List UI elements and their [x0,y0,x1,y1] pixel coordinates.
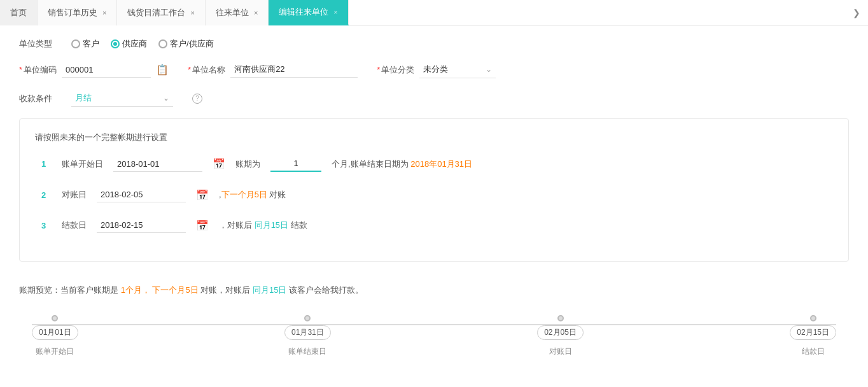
period-index-3: 3 [41,221,52,230]
period-row-2: 2 对账日 📅 ,下一个月5日 对账 [35,187,833,202]
radio-customer-label: 客户 [83,38,99,50]
unit-code-field: *单位编码 📋 [19,62,169,78]
timeline-point-3: 02月15日 结款日 [790,315,836,357]
preview-section: 账期预览：当前客户账期是 1个月， 下一个月5日 对账，对账后 同月15日 该客… [19,274,849,357]
required-star-category: * [377,65,380,74]
timeline: 01月01日 账单开始日 01月31日 账单结束日 02月05日 对账日 02月… [19,315,849,357]
tab-edit-partner-label: 编辑往来单位 [279,6,328,18]
preview-part3: 对账，对账后 [200,285,250,295]
period-calendar-icon-1[interactable]: 📅 [213,158,225,170]
tab-edit-partner[interactable]: 编辑往来单位 × [269,0,348,25]
unit-type-radio-group: 客户 供应商 客户/供应商 [71,38,214,50]
timeline-point-2: 02月05日 对账日 [537,315,584,357]
timeline-label-3: 结款日 [802,346,825,357]
period-month-input[interactable] [270,156,321,172]
tab-edit-partner-close[interactable]: × [333,8,337,16]
period-suffix-3: ，对账后 同月15日 结款 [219,220,307,231]
tab-home[interactable]: 首页 [0,0,38,25]
tab-cash-workbench[interactable]: 钱货日清工作台 × [117,0,205,25]
main-content: 单位类型 客户 供应商 客户/供应商 *单位编码 📋 [0,25,868,387]
timeline-badge-1: 01月31日 [284,325,331,340]
timeline-dot-1 [304,315,311,321]
period-row-1: 1 账单开始日 📅 账期为 个月,账单结束日期为 2018年01月31日 [35,156,833,172]
period-label-1: 账单开始日 [62,158,103,170]
timeline-dot-0 [52,315,58,321]
unit-name-field: *单位名称 [188,62,358,78]
timeline-dot-2 [557,315,564,321]
timeline-points: 01月01日 账单开始日 01月31日 账单结束日 02月05日 对账日 02月… [32,315,836,357]
preview-label: 账期预览：当前客户账期是 [19,285,118,295]
unit-code-label: *单位编码 [19,64,57,76]
tab-sales-history-close[interactable]: × [102,9,106,17]
unit-code-input[interactable] [62,62,151,78]
required-star-name: * [188,65,191,74]
timeline-badge-3: 02月15日 [790,325,836,340]
timeline-point-1: 01月31日 账单结束日 [284,315,331,357]
period-suffix-before-input-1: 账期为 [235,158,260,170]
radio-both-label: 客户/供应商 [170,38,214,50]
period-end-date-1: 2018年01月31日 [410,159,472,169]
unit-category-value: 未分类 [423,64,486,75]
period-index-1: 1 [41,159,52,169]
preview-part5: 该客户会给我打款。 [289,285,363,295]
period-index-2: 2 [41,190,52,200]
tab-partner-units-label: 往来单位 [216,7,249,18]
unit-name-input[interactable] [230,62,358,78]
period-suffix-2: ,下一个月5日 对账 [219,189,286,201]
period-suffix-after-input-1: 个月,账单结束日期为 2018年01月31日 [332,158,472,170]
timeline-badge-2: 02月05日 [537,325,584,340]
unit-type-label: 单位类型 [19,38,52,50]
radio-both[interactable]: 客户/供应商 [158,38,214,50]
period-calendar-icon-2[interactable]: 📅 [196,189,209,201]
period-date-input-1[interactable] [113,157,202,172]
period-date-input-3[interactable] [97,218,186,233]
tab-cash-workbench-close[interactable]: × [190,9,194,17]
unit-info-row: *单位编码 📋 *单位名称 *单位分类 未分类 ⌄ [19,61,849,78]
payment-terms-value: 月结 [75,92,160,104]
tab-bar: 首页 销售订单历史 × 钱货日清工作台 × 往来单位 × 编辑往来单位 × ❯ [0,0,868,25]
radio-customer-circle [71,39,80,48]
radio-both-circle [158,39,167,48]
tab-sales-history[interactable]: 销售订单历史 × [38,0,117,25]
preview-part4: 同月15日 [253,285,286,295]
payment-terms-chevron-icon: ⌄ [163,94,169,102]
tab-expand-button[interactable]: ❯ [845,0,868,25]
period-row-3: 3 结款日 📅 ，对账后 同月15日 结款 [35,218,833,233]
preview-part1: 1个月， [121,285,150,295]
preview-text: 账期预览：当前客户账期是 1个月， 下一个月5日 对账，对账后 同月15日 该客… [19,285,849,296]
tab-sales-history-label: 销售订单历史 [48,7,97,18]
period-label-3: 结款日 [62,220,87,231]
help-icon[interactable]: ? [192,94,202,104]
period-label-2: 对账日 [62,189,87,201]
radio-supplier-label: 供应商 [122,38,147,50]
required-star-code: * [19,65,22,74]
radio-customer[interactable]: 客户 [71,38,99,50]
unit-category-dropdown[interactable]: 未分类 ⌄ [419,61,496,78]
period-date-input-2[interactable] [97,187,186,202]
period-same-month-label: 同月15日 [255,220,288,230]
tab-partner-units[interactable]: 往来单位 × [206,0,269,25]
tab-partner-units-close[interactable]: × [254,9,258,17]
tab-home-label: 首页 [10,7,27,18]
unit-type-row: 单位类型 客户 供应商 客户/供应商 [19,38,849,50]
period-calendar-icon-3[interactable]: 📅 [196,220,209,232]
timeline-label-2: 对账日 [549,346,572,357]
period-settings-title: 请按照未来的一个完整帐期进行设置 [35,132,833,143]
payment-terms-row: 收款条件 月结 ⌄ ? [19,90,849,107]
timeline-badge-0: 01月01日 [32,325,78,340]
period-next-month-label: 下一个月5日 [221,190,267,199]
payment-terms-select[interactable]: 月结 ⌄ [71,90,173,107]
payment-terms-label: 收款条件 [19,93,52,104]
unit-category-label: *单位分类 [377,64,414,76]
timeline-point-0: 01月01日 账单开始日 [32,315,78,357]
radio-supplier[interactable]: 供应商 [111,38,147,50]
unit-name-label: *单位名称 [188,64,225,76]
radio-supplier-circle [111,39,120,48]
timeline-label-1: 账单结束日 [288,346,326,357]
timeline-dot-3 [810,315,816,321]
timeline-label-0: 账单开始日 [36,346,74,357]
period-settings-box: 请按照未来的一个完整帐期进行设置 1 账单开始日 📅 账期为 个月,账单结束日期… [19,118,849,262]
unit-category-field: *单位分类 未分类 ⌄ [377,61,496,78]
tab-cash-workbench-label: 钱货日清工作台 [127,7,185,18]
unit-code-copy-icon[interactable]: 📋 [156,64,169,76]
